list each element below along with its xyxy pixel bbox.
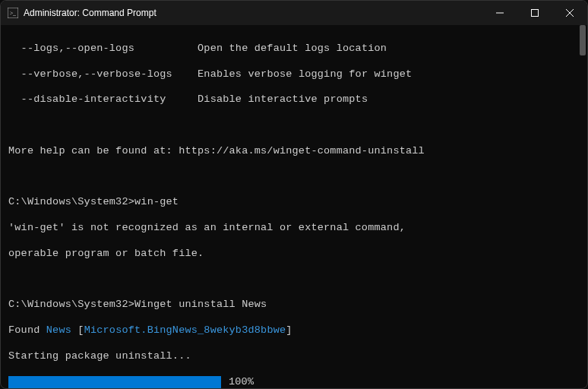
minimize-icon: [496, 9, 504, 17]
help-line: --logs,--open-logs Open the default logs…: [8, 43, 580, 55]
starting-line: Starting package uninstall...: [8, 350, 580, 363]
svg-text:>_: >_: [10, 10, 16, 17]
progress-bar: [8, 376, 221, 388]
prompt-line: C:\Windows\System32>win-get: [8, 196, 580, 209]
package-name: News: [46, 324, 71, 336]
window-title: Administrator: Command Prompt: [24, 8, 156, 18]
prompt-line: C:\Windows\System32>Winget uninstall New…: [8, 299, 580, 312]
bracket: ]: [286, 324, 292, 336]
blank-line: [8, 274, 580, 286]
minimize-button[interactable]: [482, 1, 517, 25]
maximize-icon: [531, 9, 539, 17]
close-button[interactable]: [552, 1, 587, 25]
bracket: [: [71, 324, 84, 336]
desc-text: Enables verbose logging for winget: [198, 68, 412, 80]
close-icon: [566, 9, 574, 17]
window-titlebar: >_ Administrator: Command Prompt: [1, 1, 587, 25]
window-controls: [482, 1, 587, 25]
help-line: --verbose,--verbose-logs Enables verbose…: [8, 68, 580, 81]
terminal-output[interactable]: --logs,--open-logs Open the default logs…: [1, 25, 587, 388]
desc-text: Open the default logs location: [198, 43, 387, 54]
error-line: operable program or batch file.: [8, 248, 580, 261]
command-text: win-get: [134, 196, 179, 207]
found-line: Found News [Microsoft.BingNews_8wekyb3d8…: [8, 324, 580, 337]
flag-text: --verbose,--verbose-logs: [8, 68, 172, 80]
more-help-line: More help can be found at: https://aka.m…: [8, 145, 580, 158]
help-line: --disable-interactivity Disable interact…: [8, 93, 580, 106]
found-prefix: Found: [8, 324, 46, 336]
prompt-path: C:\Windows\System32>: [8, 299, 134, 310]
cmd-icon: >_: [7, 7, 19, 19]
progress-percent: 100%: [229, 376, 254, 389]
scrollbar-thumb[interactable]: [580, 25, 586, 55]
flag-text: --logs,--open-logs: [8, 43, 134, 54]
desc-text: Disable interactive prompts: [198, 93, 368, 105]
titlebar-left: >_ Administrator: Command Prompt: [7, 7, 156, 19]
package-id: Microsoft.BingNews_8wekyb3d8bbwe: [84, 324, 286, 336]
progress-line: 100%: [8, 376, 580, 389]
flag-text: --disable-interactivity: [8, 93, 166, 105]
error-line: 'win-get' is not recognized as an intern…: [8, 222, 580, 235]
blank-line: [8, 171, 580, 184]
prompt-path: C:\Windows\System32>: [8, 196, 134, 207]
maximize-button[interactable]: [517, 1, 552, 25]
blank-line: [8, 119, 580, 132]
command-text: Winget uninstall News: [134, 299, 267, 310]
svg-rect-3: [532, 10, 539, 17]
